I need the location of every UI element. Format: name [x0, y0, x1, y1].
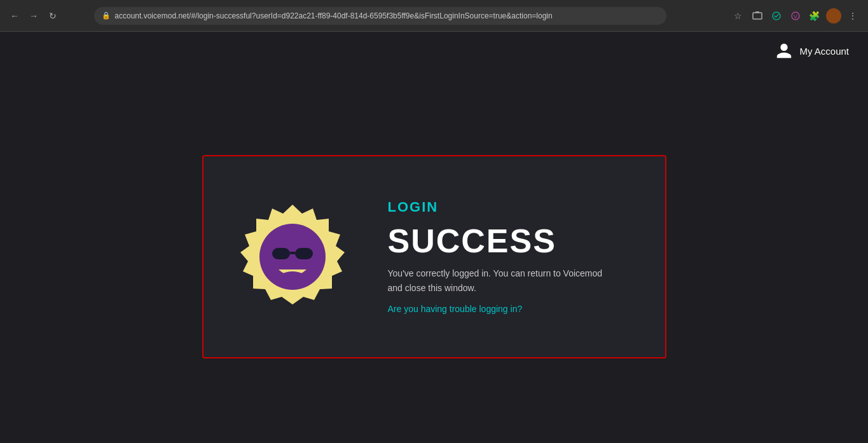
address-bar[interactable]: 🔒 account.voicemod.net/#/login-successfu… [94, 7, 666, 25]
extension2-button[interactable]: V [788, 8, 803, 24]
url-text: account.voicemod.net/#/login-successful?… [114, 11, 552, 20]
browser-actions: ☆ V 🧩 ⋮ [731, 8, 860, 24]
back-button[interactable]: ← [8, 9, 22, 23]
svg-rect-1 [755, 11, 759, 13]
text-area: LOGIN SUCCESS You've correctly logged in… [388, 199, 617, 314]
my-account-button[interactable]: My Account [775, 42, 849, 60]
star-button[interactable]: ☆ [731, 8, 746, 24]
svg-rect-9 [290, 252, 295, 254]
success-label: SUCCESS [388, 224, 617, 257]
user-icon [775, 42, 793, 60]
svg-point-10 [279, 271, 307, 287]
login-label: LOGIN [388, 199, 617, 215]
svg-rect-7 [272, 248, 290, 259]
card-container: LOGIN SUCCESS You've correctly logged in… [0, 70, 868, 443]
description-text: You've correctly logged in. You can retu… [388, 266, 617, 295]
screenshot-button[interactable] [750, 8, 765, 24]
svg-text:V: V [794, 13, 797, 20]
forward-button[interactable]: → [27, 9, 41, 23]
reload-button[interactable]: ↻ [46, 9, 60, 23]
extensions-button[interactable]: 🧩 [807, 8, 822, 24]
voicemod-logo [235, 200, 350, 314]
extension1-button[interactable] [769, 8, 784, 24]
svg-rect-0 [753, 13, 762, 19]
menu-button[interactable]: ⋮ [845, 8, 860, 24]
browser-chrome: ← → ↻ 🔒 account.voicemod.net/#/login-suc… [0, 0, 868, 32]
profile-avatar[interactable] [826, 8, 841, 24]
top-nav: My Account [0, 32, 868, 70]
page-content: My Account [0, 32, 868, 443]
lock-icon: 🔒 [102, 11, 111, 20]
svg-rect-8 [295, 248, 313, 259]
trouble-link[interactable]: Are you having trouble logging in? [388, 304, 617, 314]
success-card: LOGIN SUCCESS You've correctly logged in… [202, 155, 666, 358]
my-account-label: My Account [799, 46, 849, 57]
